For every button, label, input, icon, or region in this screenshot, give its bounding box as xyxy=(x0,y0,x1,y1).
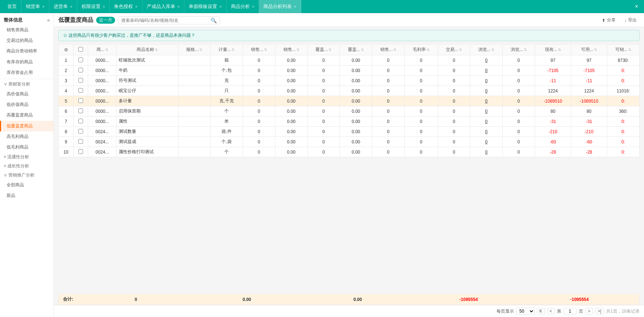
col-header-unit[interactable]: 计量...⇅ xyxy=(211,44,243,55)
tab-close-icon[interactable]: × xyxy=(103,4,105,9)
first-page-button[interactable]: K xyxy=(537,308,545,314)
col-header-trade[interactable]: 交易...⇅ xyxy=(438,44,470,55)
sidebar-collapse-button[interactable]: « xyxy=(47,17,50,23)
col-header-saleable[interactable]: 可销...⇅ xyxy=(607,44,640,55)
prev-page-button[interactable]: < xyxy=(547,308,555,314)
nav-tab-商品分析[interactable]: 商品分析× xyxy=(227,0,259,13)
sidebar-item-新品[interactable]: 新品 xyxy=(0,190,54,201)
row-checkbox[interactable] xyxy=(78,58,83,62)
settings-icon[interactable]: ⚙ xyxy=(64,47,68,52)
search-icon[interactable]: 🔍 xyxy=(211,17,217,23)
cell-checkbox[interactable] xyxy=(74,55,88,66)
col-header-code[interactable]: 商...⇅ xyxy=(88,44,116,55)
col-header-sale3[interactable]: 销售...⇅ xyxy=(372,44,405,55)
col-header-browse1[interactable]: 浏览...⇅ xyxy=(470,44,503,55)
col-header-name[interactable]: 商品名称⇅ xyxy=(116,44,178,55)
tab-close-icon[interactable]: × xyxy=(42,4,44,9)
nav-tab-角色授权[interactable]: 角色授权× xyxy=(110,0,142,13)
sidebar-item-低毛利商品[interactable]: 低毛利商品 xyxy=(0,142,54,152)
page-number-input[interactable] xyxy=(564,308,577,314)
row-checkbox[interactable] xyxy=(78,98,83,103)
nav-tab-销货单[interactable]: 销货单× xyxy=(21,0,49,13)
nav-tab-权限设置[interactable]: 权限设置× xyxy=(77,0,110,13)
tab-close-icon[interactable]: × xyxy=(219,4,221,9)
row-checkbox[interactable] xyxy=(78,129,83,134)
last-page-button[interactable]: >| xyxy=(595,308,604,314)
col-header-sale_qty[interactable]: 销售...⇅ xyxy=(243,44,275,55)
row-checkbox[interactable] xyxy=(78,68,83,72)
search-input[interactable] xyxy=(121,18,211,23)
col-header-browse2[interactable]: 浏览...⇅ xyxy=(503,44,535,55)
tab-close-icon[interactable]: × xyxy=(252,4,254,9)
tab-close-icon[interactable]: × xyxy=(135,4,137,9)
col-header-settings[interactable]: ⚙ xyxy=(59,44,74,55)
sidebar-item-交易过的商品[interactable]: 交易过的商品 xyxy=(0,35,54,46)
sidebar-section-flow[interactable]: > 流通性分析 xyxy=(0,152,54,162)
tab-close-icon[interactable]: × xyxy=(294,4,296,9)
row-checkbox[interactable] xyxy=(78,88,83,93)
window-close-button[interactable]: × xyxy=(632,3,641,10)
row-checkbox[interactable] xyxy=(78,149,83,154)
sidebar-item-高价值商品[interactable]: 高价值商品 xyxy=(0,89,54,99)
col-header-gross[interactable]: 毛利率⇅ xyxy=(404,44,438,55)
nav-tab-商品分析列表[interactable]: 商品分析列表× xyxy=(259,0,301,13)
nav-tab-进货单[interactable]: 进货单× xyxy=(49,0,77,13)
tab-close-icon[interactable]: × xyxy=(70,4,72,9)
cell-checkbox[interactable] xyxy=(74,96,88,106)
sidebar-section-growth[interactable]: > 成长性分析 xyxy=(0,162,54,171)
col-header-checkbox[interactable] xyxy=(74,44,88,55)
cell-browse1[interactable]: 0 xyxy=(470,106,503,116)
sidebar-item-有库存的商品[interactable]: 有库存的商品 xyxy=(0,57,54,67)
cell-checkbox[interactable] xyxy=(74,147,88,157)
col-header-stock2[interactable]: 可用...⇅ xyxy=(571,44,607,55)
nav-tab-首页[interactable]: 首页 xyxy=(3,0,21,13)
cell-browse1[interactable]: 0 xyxy=(470,86,503,96)
select-all-checkbox[interactable] xyxy=(78,47,83,52)
row-checkbox[interactable] xyxy=(78,78,83,83)
col-header-cover1[interactable]: 覆盖...⇅ xyxy=(307,44,340,55)
sidebar-item-商品分类动销率[interactable]: 商品分类动销率 xyxy=(0,46,54,56)
cell-browse1[interactable]: 0 xyxy=(470,76,503,86)
sidebar-item-高覆盖度商品[interactable]: 高覆盖度商品 xyxy=(0,110,54,120)
sidebar-item-全部商品[interactable]: 全部商品 xyxy=(0,180,54,190)
cell-checkbox[interactable] xyxy=(74,127,88,137)
sort-icon: ⇅ xyxy=(199,48,202,52)
per-page-select[interactable]: 50 20 100 xyxy=(516,308,535,315)
col-header-cover2[interactable]: 覆盖...⇅ xyxy=(340,44,372,55)
export-button[interactable]: ↓ 导出 xyxy=(621,16,640,24)
col-header-sale_amt[interactable]: 销售...⇅ xyxy=(275,44,307,55)
sidebar-item-销售类商品[interactable]: 销售类商品 xyxy=(0,25,54,35)
sidebar-section-marketing[interactable]: ∨ 营销推广分析 xyxy=(0,171,54,180)
cell-browse1[interactable]: 0 xyxy=(470,116,503,127)
cell-browse1[interactable]: 0 xyxy=(470,147,503,157)
cell-browse1[interactable]: 0 xyxy=(470,96,503,106)
filter-tag[interactable]: 近一月 xyxy=(96,17,115,24)
nav-tab-产成品入库单[interactable]: 产成品入库单× xyxy=(142,0,184,13)
nav-tab-单据模板设置[interactable]: 单据模板设置× xyxy=(184,0,226,13)
cell-checkbox[interactable] xyxy=(74,66,88,76)
cell-browse1[interactable]: 0 xyxy=(470,55,503,66)
sidebar-item-低价值商品[interactable]: 低价值商品 xyxy=(0,99,54,110)
cell-checkbox[interactable] xyxy=(74,86,88,96)
sidebar-item-低覆盖度商品[interactable]: 低覆盖度商品 xyxy=(0,121,54,131)
row-checkbox[interactable] xyxy=(78,139,83,144)
sidebar-section-wealth[interactable]: ∨ 类财富分析 xyxy=(0,80,54,89)
cell-browse1[interactable]: 0 xyxy=(470,127,503,137)
cell-checkbox[interactable] xyxy=(74,106,88,116)
sidebar-item-高毛利商品[interactable]: 高毛利商品 xyxy=(0,131,54,142)
cell-browse1[interactable]: 0 xyxy=(470,137,503,147)
tab-close-icon[interactable]: × xyxy=(177,4,180,9)
footer-sale-qty: 0 xyxy=(80,297,191,302)
row-checkbox[interactable] xyxy=(78,119,83,123)
col-header-spec[interactable]: 规格...⇅ xyxy=(178,44,211,55)
next-page-button[interactable]: > xyxy=(585,308,593,314)
row-checkbox[interactable] xyxy=(78,108,83,113)
share-button[interactable]: ⬆ 分享 xyxy=(599,16,619,24)
sidebar-item-库存资金占用[interactable]: 库存资金占用 xyxy=(0,67,54,78)
col-header-stock1[interactable]: 现有...⇅ xyxy=(535,44,571,55)
cell-browse1[interactable]: 0 xyxy=(470,66,503,76)
cell-checkbox[interactable] xyxy=(74,116,88,127)
cell-checkbox[interactable] xyxy=(74,76,88,86)
table-wrapper[interactable]: ⚙商...⇅商品名称⇅规格...⇅计量...⇅销售...⇅销售...⇅覆盖...… xyxy=(54,41,644,294)
cell-checkbox[interactable] xyxy=(74,137,88,147)
